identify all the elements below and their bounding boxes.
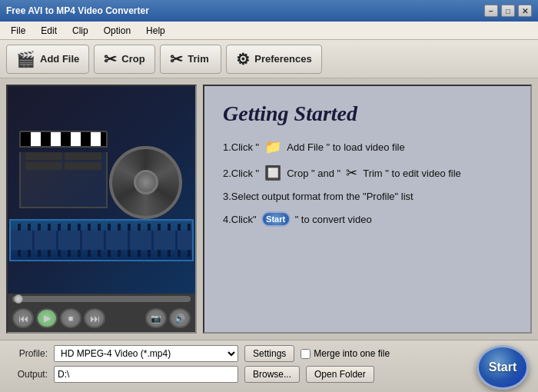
volume-button[interactable]: 🔊 bbox=[169, 308, 191, 328]
seek-bar[interactable] bbox=[12, 296, 191, 302]
add-file-button[interactable]: 🎬 Add File bbox=[6, 45, 89, 74]
trim-icon: ✂ bbox=[170, 50, 183, 68]
step-1: 1.Click " 📁 Add File " to load video fil… bbox=[223, 138, 512, 155]
step2-crop-icon: 🔲 bbox=[264, 164, 281, 181]
seek-bar-container bbox=[8, 294, 195, 304]
getting-started-title: Getting Started bbox=[223, 101, 512, 126]
profile-row: Profile: HD MPEG-4 Video (*.mp4) Setting… bbox=[9, 345, 529, 362]
toolbar: 🎬 Add File ✂ Crop ✂ Trim ⚙ Preferences bbox=[0, 40, 538, 78]
menu-bar: File Edit Clip Option Help bbox=[0, 22, 538, 40]
transport-right: 📷 🔊 bbox=[145, 308, 191, 328]
step-3: 3.Select output format from the "Profile… bbox=[223, 191, 512, 202]
bottom-bar: Profile: HD MPEG-4 Video (*.mp4) Setting… bbox=[0, 340, 538, 392]
menu-help[interactable]: Help bbox=[138, 24, 173, 38]
getting-started-panel: Getting Started 1.Click " 📁 Add File " t… bbox=[203, 85, 532, 334]
profile-select[interactable]: HD MPEG-4 Video (*.mp4) bbox=[54, 345, 238, 362]
minimize-button[interactable]: − bbox=[484, 5, 498, 17]
video-preview bbox=[8, 86, 195, 294]
main-content: ⏮ ▶ ■ ⏭ 📷 🔊 Getting Started 1.Click " 📁 … bbox=[0, 78, 538, 340]
window-title: Free AVI to MP4 Video Converter bbox=[6, 5, 149, 16]
window-controls: − □ ✕ bbox=[484, 5, 532, 17]
transport-left: ⏮ ▶ ■ ⏭ bbox=[12, 308, 105, 328]
open-folder-button[interactable]: Open Folder bbox=[306, 366, 374, 383]
settings-button[interactable]: Settings bbox=[244, 345, 294, 362]
output-row: Output: Browse... Open Folder bbox=[9, 366, 529, 383]
transport-controls: ⏮ ▶ ■ ⏭ 📷 🔊 bbox=[8, 304, 195, 332]
merge-checkbox[interactable] bbox=[301, 349, 311, 359]
output-label: Output: bbox=[9, 369, 48, 380]
add-file-icon: 🎬 bbox=[16, 50, 35, 68]
browse-button[interactable]: Browse... bbox=[244, 366, 300, 383]
stop-button[interactable]: ■ bbox=[60, 308, 81, 328]
menu-edit[interactable]: Edit bbox=[33, 24, 65, 38]
play-button[interactable]: ▶ bbox=[36, 308, 58, 328]
preferences-button[interactable]: ⚙ Preferences bbox=[226, 45, 321, 74]
menu-option[interactable]: Option bbox=[96, 24, 138, 38]
seek-handle[interactable] bbox=[14, 294, 23, 304]
clapboard bbox=[19, 131, 108, 204]
crop-button[interactable]: ✂ Crop bbox=[94, 45, 155, 74]
step-2: 2.Click " 🔲 Crop " and " ✂ Trim " to edi… bbox=[223, 164, 512, 181]
close-button[interactable]: ✕ bbox=[518, 5, 532, 17]
crop-icon: ✂ bbox=[104, 50, 117, 68]
profile-label: Profile: bbox=[9, 348, 48, 359]
maximize-button[interactable]: □ bbox=[501, 5, 515, 17]
video-panel: ⏮ ▶ ■ ⏭ 📷 🔊 bbox=[6, 85, 197, 334]
trim-button[interactable]: ✂ Trim bbox=[160, 45, 221, 74]
step-4: 4.Click" Start " to convert video bbox=[223, 211, 512, 227]
menu-clip[interactable]: Clip bbox=[65, 24, 96, 38]
film-reel bbox=[109, 146, 182, 219]
step4-start-icon: Start bbox=[261, 211, 291, 227]
film-strip bbox=[9, 219, 194, 261]
output-input[interactable] bbox=[54, 366, 238, 383]
start-button[interactable]: Start bbox=[477, 345, 529, 390]
snapshot-button[interactable]: 📷 bbox=[145, 308, 167, 328]
film-decoration bbox=[13, 119, 190, 261]
preferences-icon: ⚙ bbox=[236, 50, 250, 68]
forward-button[interactable]: ⏭ bbox=[84, 308, 105, 328]
merge-label: Merge into one file bbox=[301, 348, 390, 359]
start-button-label: Start bbox=[489, 360, 516, 374]
step1-icon: 📁 bbox=[264, 138, 281, 155]
step2-trim-icon: ✂ bbox=[346, 164, 357, 181]
rewind-button[interactable]: ⏮ bbox=[12, 308, 34, 328]
menu-file[interactable]: File bbox=[3, 24, 33, 38]
title-bar: Free AVI to MP4 Video Converter − □ ✕ bbox=[0, 0, 538, 22]
